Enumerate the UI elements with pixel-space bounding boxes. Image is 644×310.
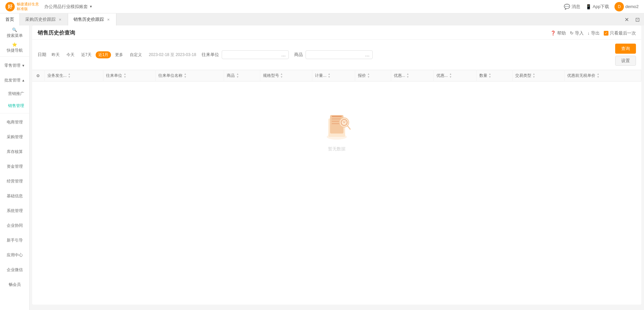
chevron-up-icon: ▲ (22, 79, 25, 82)
close-tab-button[interactable]: ✕ (623, 15, 631, 23)
page-header-actions: ❓ 帮助 ↻ 导入 ↓ 导出 ✓ 只看最后一次 (550, 30, 636, 36)
empty-icon (320, 108, 354, 142)
sort-counterpart-name[interactable]: ▲ ▼ (184, 73, 186, 79)
sidebar-item-beginner-guide[interactable]: 新手引导 (0, 233, 29, 248)
settings-icon: ⚙ (36, 73, 40, 78)
goods-filter-group: 商品 ... (294, 50, 373, 59)
goods-input-wrap: ... (306, 50, 373, 59)
th-trade-type: 交易类型 ▲ ▼ (512, 70, 565, 82)
tab-bar: 首页 采购历史价跟踪 ✕ 销售历史价跟踪 ✕ ✕ ⊡ (0, 13, 644, 25)
tab-sales-close-icon[interactable]: ✕ (106, 17, 111, 22)
tab-sales-history[interactable]: 销售历史价跟踪 ✕ (68, 13, 116, 25)
sidebar-item-enterprise-wechat[interactable]: 企业微信 (0, 262, 29, 277)
date-btn-last1m[interactable]: 近1月 (96, 51, 111, 58)
counterpart-dots[interactable]: ... (281, 52, 285, 58)
tab-purchase-history[interactable]: 采购历史价跟踪 ✕ (20, 13, 68, 25)
sidebar-item-sales-mgmt[interactable]: 销售管理 (0, 100, 29, 112)
import-icon: ↻ (570, 31, 574, 36)
page-title: 销售历史价查询 (38, 30, 75, 37)
sort-quoted-price[interactable]: ▲ ▼ (367, 73, 370, 79)
tab-home-label: 首页 (5, 16, 14, 22)
th-quantity: 数量 ▲ ▼ (476, 70, 512, 82)
tab-purchase-label: 采购历史价跟踪 (25, 16, 56, 22)
app-selector[interactable]: 办公用品行业模拟账套 ▼ (42, 2, 95, 11)
sidebar-divider-1 (0, 56, 29, 57)
sort-pretax-price[interactable]: ▲ ▼ (597, 73, 599, 79)
date-btn-today[interactable]: 今天 (64, 51, 77, 58)
chevron-icon: ▼ (22, 64, 25, 67)
counterpart-input[interactable] (225, 52, 281, 57)
maximize-button[interactable]: ⊡ (633, 15, 641, 23)
sort-quantity[interactable]: ▲ ▼ (489, 73, 491, 79)
counterpart-filter-group: 往来单位 ... (202, 50, 289, 59)
th-goods: 商品 ▲ ▼ (224, 70, 260, 82)
page-container: 销售历史价查询 ❓ 帮助 ↻ 导入 ↓ 导出 ✓ 只看最后一次 (32, 25, 641, 305)
th-biz-date: 业务发生... ▲ ▼ (44, 70, 103, 82)
goods-label: 商品 (294, 52, 303, 58)
sidebar-item-search-menu[interactable]: 🔍 搜索菜单 (0, 25, 29, 40)
sidebar-item-operation-mgmt[interactable]: 经营管理 (0, 174, 29, 189)
page-header: 销售历史价查询 ❓ 帮助 ↻ 导入 ↓ 导出 ✓ 只看最后一次 (32, 25, 641, 40)
message-nav-item[interactable]: 💬 消息 (564, 4, 580, 10)
sort-biz-date[interactable]: ▲ ▼ (68, 73, 71, 79)
sidebar-divider-2 (0, 113, 29, 113)
empty-state: 暂无数据 (32, 82, 641, 179)
export-icon: ↓ (588, 31, 590, 36)
svg-rect-5 (332, 121, 339, 122)
avatar: D (614, 2, 624, 11)
date-btn-last7[interactable]: 近7天 (78, 51, 94, 58)
th-settings[interactable]: ⚙ (32, 70, 44, 82)
import-action[interactable]: ↻ 导入 (570, 30, 584, 36)
th-unit: 计量... ▲ ▼ (312, 70, 355, 82)
sidebar-item-quick-nav[interactable]: ⭐ 快捷导航 (0, 40, 29, 55)
sort-discount1[interactable]: ▲ ▼ (407, 73, 409, 79)
date-btn-more[interactable]: 更多 (112, 51, 126, 58)
sort-spec[interactable]: ▲ ▼ (280, 73, 283, 79)
sidebar-item-enterprise-coop[interactable]: 企业协同 (0, 218, 29, 233)
sort-counterpart-code[interactable]: ▲ ▼ (123, 73, 126, 79)
sort-trade-type[interactable]: ▲ ▼ (533, 73, 535, 79)
tab-purchase-close-icon[interactable]: ✕ (58, 17, 62, 22)
top-header: 好 畅捷通好生意 标准版 办公用品行业模拟账套 ▼ 💬 消息 📱 App下载 D… (0, 0, 644, 13)
sidebar-item-marketing[interactable]: 营销推广 (0, 88, 29, 100)
goods-input[interactable] (309, 52, 365, 57)
app-selector-label: 办公用品行业模拟账套 (44, 4, 88, 10)
sidebar-item-member[interactable]: 畅会员 (0, 277, 29, 292)
logo-text: 畅捷通好生意 标准版 (17, 2, 39, 11)
date-btn-yesterday[interactable]: 昨天 (49, 51, 62, 58)
export-action[interactable]: ↓ 导出 (588, 30, 600, 36)
date-range-text: 2023-02-18 至 2023-03-18 (149, 52, 196, 58)
th-discount2: 优惠... ▲ ▼ (434, 70, 476, 82)
sidebar-item-basic-info[interactable]: 基础信息 (0, 189, 29, 203)
th-counterpart-name: 往来单位名称 ▲ ▼ (156, 70, 224, 82)
counterpart-input-wrap: ... (222, 50, 289, 59)
sidebar-item-system-mgmt[interactable]: 系统管理 (0, 203, 29, 218)
th-discount1: 优惠... ▲ ▼ (391, 70, 433, 82)
header-right: 💬 消息 📱 App下载 D demo2 (564, 2, 639, 11)
sort-goods[interactable]: ▲ ▼ (236, 73, 239, 79)
svg-rect-6 (332, 123, 340, 124)
search-button[interactable]: 查询 (615, 44, 636, 54)
only-last-checkbox[interactable]: ✓ 只看最后一次 (604, 30, 636, 36)
sidebar-item-retail-mgmt[interactable]: 零售管理 ▼ (0, 58, 29, 73)
logo-area: 好 畅捷通好生意 标准版 (5, 2, 39, 11)
sidebar-item-inventory[interactable]: 库存核算 (0, 144, 29, 159)
sidebar-item-wholesale-mgmt[interactable]: 批发管理 ▲ (0, 73, 29, 88)
search-icon: 🔍 (12, 28, 17, 32)
sidebar-item-purchase-mgmt[interactable]: 采购管理 (0, 130, 29, 144)
settings-button[interactable]: 设置 (615, 56, 636, 66)
date-filter-group: 日期 昨天 今天 近7天 近1月 更多 自定义 2023-02-18 至 202… (38, 51, 196, 58)
sidebar-item-app-center[interactable]: 应用中心 (0, 248, 29, 262)
table-wrap: ⚙ 业务发生... ▲ ▼ (32, 70, 641, 179)
logo-icon: 好 (5, 2, 15, 11)
goods-dots[interactable]: ... (365, 52, 369, 58)
help-action[interactable]: ❓ 帮助 (550, 30, 566, 36)
tab-home[interactable]: 首页 (0, 13, 20, 25)
sort-unit[interactable]: ▲ ▼ (328, 73, 330, 79)
sort-discount2[interactable]: ▲ ▼ (449, 73, 452, 79)
user-nav-item[interactable]: D demo2 (614, 2, 639, 11)
sidebar-item-finance-mgmt[interactable]: 资金管理 (0, 159, 29, 174)
sidebar-item-ecommerce-mgmt[interactable]: 电商管理 (0, 115, 29, 130)
date-btn-custom[interactable]: 自定义 (127, 51, 145, 58)
app-download-nav-item[interactable]: 📱 App下载 (586, 4, 609, 10)
